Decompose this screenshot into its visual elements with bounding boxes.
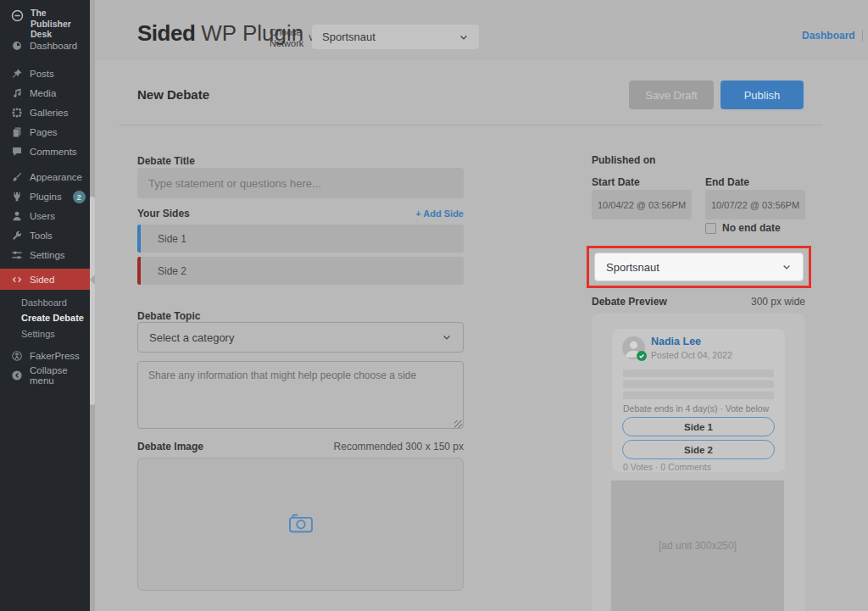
debate-image-label: Debate Image — [137, 441, 203, 453]
add-side-link[interactable]: + Add Side — [415, 208, 464, 219]
textarea-resize-handle[interactable] — [454, 420, 462, 428]
sidebar-item-comments[interactable]: Comments — [0, 142, 90, 162]
ad-unit-placeholder: [ad unit 300x250] — [611, 480, 784, 611]
preview-posted-date: Posted Oct 04, 2022 — [651, 350, 732, 360]
debate-title-label: Debate Title — [137, 155, 195, 167]
end-date-input[interactable] — [705, 190, 805, 219]
your-sides-label: Your Sides — [137, 208, 190, 219]
sidebar-item-sided[interactable]: Sided — [0, 269, 90, 290]
sidebar-item-tools[interactable]: Tools — [0, 225, 90, 246]
preview-side-1-button[interactable]: Side 1 — [622, 417, 775, 436]
publisher-desk-logo-icon — [11, 9, 24, 22]
sidebar-item-appearance[interactable]: Appearance — [0, 167, 90, 187]
preview-ends-text: Debate ends in 4 day(s) · Vote below — [623, 403, 769, 414]
active-menu-arrow — [90, 275, 95, 285]
code-brackets-icon — [11, 274, 23, 286]
header-network-select[interactable]: Sportsnaut — [312, 25, 479, 49]
side-2-label: Side 2 — [158, 265, 186, 277]
start-date-input[interactable] — [592, 190, 692, 219]
side-1-color-bar — [137, 225, 141, 253]
sidebar-subitem-create-debate[interactable]: Create Debate — [0, 310, 90, 325]
debate-topic-label: Debate Topic — [137, 310, 200, 322]
links-divider — [862, 30, 863, 42]
chevron-down-icon — [442, 332, 452, 342]
dashboard-icon — [11, 40, 23, 52]
header-divider — [119, 125, 822, 125]
placeholder-bar — [623, 369, 774, 377]
user-icon — [11, 210, 23, 222]
save-draft-button[interactable]: Save Draft — [629, 81, 714, 109]
published-on-label: Published on — [592, 154, 655, 166]
sidebar-item-galleries[interactable]: Galleries — [0, 103, 90, 123]
choose-network-label: Choose Network — [270, 27, 312, 48]
pages-icon — [11, 126, 23, 138]
sidebar-item-plugins[interactable]: Plugins 2 — [0, 186, 90, 207]
comment-bubble-icon — [11, 146, 23, 158]
your-sides-row: Your Sides + Add Side — [137, 208, 464, 219]
debate-preview-card: Nadia Lee Posted Oct 04, 2022 Debate end… — [612, 329, 785, 472]
collapse-arrow-icon — [11, 369, 23, 381]
preview-author-name: Nadia Lee — [651, 336, 701, 347]
sidebar-item-posts[interactable]: Posts — [0, 64, 90, 84]
brush-icon — [11, 171, 23, 183]
plugin-title-main: Sided — [137, 20, 195, 46]
page-title: New Debate — [137, 87, 209, 102]
sidebar-item-media[interactable]: Media — [0, 83, 90, 103]
no-end-date-row[interactable]: No end date — [705, 222, 781, 234]
debate-title-input[interactable] — [137, 168, 464, 198]
side-2-row[interactable]: Side 2 — [137, 257, 464, 285]
sliders-icon — [11, 249, 23, 261]
category-select-value: Select a category — [149, 331, 234, 344]
sidebar-item-settings[interactable]: Settings — [0, 245, 90, 265]
debate-preview-container: Nadia Lee Posted Oct 04, 2022 Debate end… — [592, 314, 805, 611]
category-select[interactable]: Select a category — [137, 322, 464, 353]
sidebar-subitem-sided-dashboard[interactable]: Dashboard — [0, 295, 90, 310]
no-end-date-checkbox[interactable] — [705, 223, 716, 234]
sidebar-item-fakerpress[interactable]: FakerPress — [0, 346, 90, 366]
sided-plugin-page: The Publisher Desk Dashboard Posts Media… — [0, 0, 868, 611]
placeholder-bar — [623, 392, 774, 399]
site-name: The Publisher Desk — [31, 8, 83, 40]
pin-icon — [11, 68, 23, 80]
chevron-down-icon — [782, 262, 792, 272]
side-2-color-bar — [137, 257, 141, 285]
debate-preview-label: Debate Preview — [592, 296, 667, 308]
header-links: Dashboard Settings — [802, 30, 868, 42]
sidebar-item-pages[interactable]: Pages — [0, 122, 90, 142]
plugins-count-badge: 2 — [73, 191, 86, 203]
sidebar-item-users[interactable]: Users — [0, 206, 90, 226]
header-link-dashboard[interactable]: Dashboard — [802, 30, 855, 42]
chevron-down-icon — [459, 32, 469, 42]
image-size-hint: Recommended 300 x 150 px — [334, 441, 464, 453]
verified-check-icon — [637, 351, 647, 361]
plugin-icon — [11, 191, 23, 203]
fakerpress-icon — [11, 350, 23, 362]
preview-width-hint: 300 px wide — [751, 296, 805, 308]
galleries-icon — [11, 107, 23, 119]
panel-network-select[interactable]: Sportsnaut — [594, 253, 804, 281]
site-logo[interactable]: The Publisher Desk — [0, 8, 90, 40]
preview-votes-text: 0 Votes · 0 Comments — [623, 462, 711, 472]
placeholder-bar — [623, 380, 774, 388]
debate-info-textarea[interactable] — [137, 361, 464, 429]
side-1-row[interactable]: Side 1 — [137, 225, 464, 253]
end-date-label: End Date — [705, 176, 749, 188]
no-end-date-label: No end date — [722, 222, 781, 234]
media-icon — [11, 87, 23, 99]
sidebar-subitem-sided-settings[interactable]: Settings — [0, 326, 90, 342]
sidebar-scrollbar-thumb[interactable] — [90, 197, 95, 405]
debate-image-row: Debate Image Recommended 300 x 150 px — [137, 441, 464, 453]
camera-icon — [288, 512, 314, 537]
publish-button[interactable]: Publish — [721, 81, 804, 109]
preview-side-2-button[interactable]: Side 2 — [622, 440, 775, 459]
preview-heading-row: Debate Preview 300 px wide — [592, 296, 805, 308]
wp-admin-sidebar: The Publisher Desk Dashboard Posts Media… — [0, 0, 90, 611]
debate-image-upload[interactable] — [137, 458, 464, 591]
panel-network-value: Sportsnaut — [606, 261, 659, 274]
side-1-label: Side 1 — [158, 233, 186, 245]
header-network-value: Sportsnaut — [322, 31, 376, 43]
sidebar-item-dashboard[interactable]: Dashboard — [0, 36, 90, 56]
sidebar-item-collapse-menu[interactable]: Collapse menu — [0, 365, 90, 386]
start-date-label: Start Date — [592, 176, 640, 188]
wrench-icon — [11, 230, 23, 242]
